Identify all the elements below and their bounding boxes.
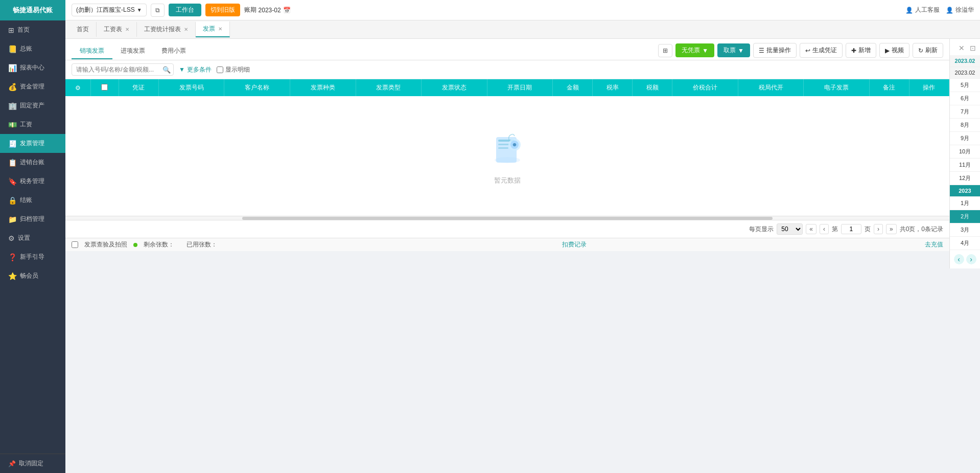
date-header-2: 2023.02: [950, 67, 980, 79]
sidebar-item-invoice[interactable]: 🧾 发票管理: [0, 134, 65, 153]
right-panel-next-btn[interactable]: ›: [966, 254, 976, 264]
right-panel-prev-btn[interactable]: ‹: [954, 254, 964, 264]
date-month-11[interactable]: 11月: [950, 159, 980, 172]
grid-view-button[interactable]: ⊞: [658, 44, 672, 57]
page-input[interactable]: [841, 224, 861, 234]
tab-payroll-stats-close[interactable]: ✕: [184, 27, 188, 32]
col-tax[interactable]: 税额: [633, 79, 672, 96]
sidebar-item-funds[interactable]: 💰 资金管理: [0, 77, 65, 96]
payroll-icon: 💵: [8, 121, 17, 129]
add-new-button[interactable]: ✚ 新增: [846, 43, 876, 58]
switch-old-button[interactable]: 切到旧版: [205, 4, 240, 16]
show-detail-label: 显示明细: [225, 65, 250, 74]
search-input[interactable]: [72, 63, 174, 76]
gen-voucher-button[interactable]: ↩ 生成凭证: [800, 43, 843, 58]
batch-ops-button[interactable]: ☰ 批量操作: [753, 43, 797, 58]
sidebar-item-tax[interactable]: 🔖 税务管理: [0, 172, 65, 191]
date-month-2-active[interactable]: 2月: [950, 210, 980, 223]
topbar-right: 👤 人工客服 👤 徐溢华: [905, 6, 974, 14]
subtab-purchase-invoice[interactable]: 进项发票: [112, 43, 153, 59]
col-tax-code[interactable]: 税局代开: [738, 79, 804, 96]
sidebar-unpin[interactable]: 📌 取消固定: [0, 454, 65, 473]
subtab-expense-receipt[interactable]: 费用小票: [153, 43, 194, 59]
fee-record-link[interactable]: 扣费记录: [562, 240, 587, 249]
last-page-btn[interactable]: »: [886, 224, 897, 234]
company-selector[interactable]: (勿删）江西服宝-LSS ▼: [72, 4, 147, 16]
col-e-invoice[interactable]: 电子发票: [804, 79, 870, 96]
col-amount[interactable]: 金额: [553, 79, 593, 96]
page-size-select[interactable]: 50 100 200: [777, 223, 803, 235]
sidebar-item-assets[interactable]: 🏢 固定资产: [0, 96, 65, 115]
col-tax-total[interactable]: 价税合计: [672, 79, 738, 96]
next-page-btn[interactable]: ›: [874, 224, 883, 234]
sidebar-label-sales: 进销台账: [20, 158, 44, 167]
invoice-verify-checkbox[interactable]: [72, 241, 78, 248]
sidebar-item-sales[interactable]: 📋 进销台账: [0, 153, 65, 172]
sidebar-item-archive[interactable]: 📁 归档管理: [0, 210, 65, 229]
date-month-10[interactable]: 10月: [950, 145, 980, 159]
right-panel-close-icon[interactable]: ✕: [956, 42, 967, 54]
col-action[interactable]: 操作: [909, 79, 949, 96]
recharge-link[interactable]: 去充值: [925, 240, 943, 249]
no-voucher-label: 无凭票: [682, 46, 700, 55]
sidebar-item-close[interactable]: 🔒 结账: [0, 191, 65, 210]
col-customer[interactable]: 客户名称: [224, 79, 290, 96]
sidebar-item-member[interactable]: ⭐ 畅会员: [0, 266, 65, 285]
tab-payroll-table[interactable]: 工资表 ✕: [97, 22, 137, 37]
date-month-3[interactable]: 3月: [950, 223, 980, 237]
date-month-5[interactable]: 5月: [950, 79, 980, 92]
subtab-sales-invoice[interactable]: 销项发票: [72, 43, 112, 59]
date-year-2023[interactable]: 2023: [950, 185, 980, 197]
right-panel-expand-icon[interactable]: ⊡: [968, 42, 978, 54]
first-page-btn[interactable]: «: [806, 224, 816, 234]
horizontal-scrollbar[interactable]: [242, 217, 773, 220]
select-all-checkbox[interactable]: [101, 84, 108, 91]
col-invoice-type[interactable]: 发票种类: [290, 79, 356, 96]
workbench-button[interactable]: 工作台: [169, 4, 201, 16]
sidebar-item-guide[interactable]: ❓ 新手引导: [0, 247, 65, 266]
sidebar-item-payroll[interactable]: 💵 工资: [0, 115, 65, 134]
col-checkbox[interactable]: [91, 79, 119, 96]
tab-invoice[interactable]: 发票 ✕: [196, 21, 230, 37]
date-month-6[interactable]: 6月: [950, 92, 980, 105]
col-remark[interactable]: 备注: [869, 79, 909, 96]
tab-payroll-table-close[interactable]: ✕: [125, 27, 129, 32]
filter-more-btn[interactable]: ▼ 更多条件: [179, 65, 212, 74]
col-invoice-status[interactable]: 发票状态: [422, 79, 487, 96]
sidebar-item-ledger[interactable]: 📒 总账: [0, 39, 65, 58]
date-month-12[interactable]: 12月: [950, 172, 980, 185]
show-detail-input[interactable]: [217, 66, 223, 73]
date-month-7[interactable]: 7月: [950, 105, 980, 119]
video-icon: ▶: [885, 47, 890, 54]
prev-page-btn[interactable]: ‹: [820, 224, 829, 234]
no-voucher-button[interactable]: 无凭票 ▼: [675, 43, 714, 57]
copy-company-button[interactable]: ⧉: [151, 4, 165, 17]
tax-icon: 🔖: [8, 177, 17, 186]
col-open-date[interactable]: 开票日期: [487, 79, 553, 96]
tab-payroll-stats[interactable]: 工资统计报表 ✕: [137, 22, 196, 37]
invoice-icon: 🧾: [8, 140, 17, 148]
col-invoice-category[interactable]: 发票类型: [356, 79, 422, 96]
sidebar-item-settings[interactable]: ⚙ 设置: [0, 229, 65, 247]
tab-invoice-close[interactable]: ✕: [218, 26, 222, 32]
user-profile[interactable]: 👤 徐溢华: [946, 6, 974, 14]
col-tax-rate[interactable]: 税率: [593, 79, 633, 96]
refresh-button[interactable]: ↻ 刷新: [913, 43, 943, 58]
video-button[interactable]: ▶ 视频: [879, 43, 909, 58]
col-settings[interactable]: ⚙: [65, 79, 91, 96]
show-detail-checkbox[interactable]: 显示明细: [217, 65, 250, 74]
gen-voucher-label: 生成凭证: [812, 46, 837, 55]
sidebar-item-home[interactable]: ⊞ 首页: [0, 20, 65, 39]
sidebar-label-archive: 归档管理: [20, 215, 44, 223]
customer-service[interactable]: 👤 人工客服: [905, 6, 940, 14]
col-voucher[interactable]: 凭证: [119, 79, 158, 96]
date-month-8[interactable]: 8月: [950, 119, 980, 132]
date-month-1[interactable]: 1月: [950, 197, 980, 210]
tab-home[interactable]: 首页: [69, 22, 97, 37]
voucher-button[interactable]: 取票 ▼: [717, 43, 750, 57]
date-month-4[interactable]: 4月: [950, 237, 980, 250]
col-invoice-no[interactable]: 发票号码: [158, 79, 224, 96]
search-icon: 🔍: [162, 66, 171, 74]
sidebar-item-reports[interactable]: 📊 报表中心: [0, 58, 65, 77]
date-month-9[interactable]: 9月: [950, 132, 980, 145]
